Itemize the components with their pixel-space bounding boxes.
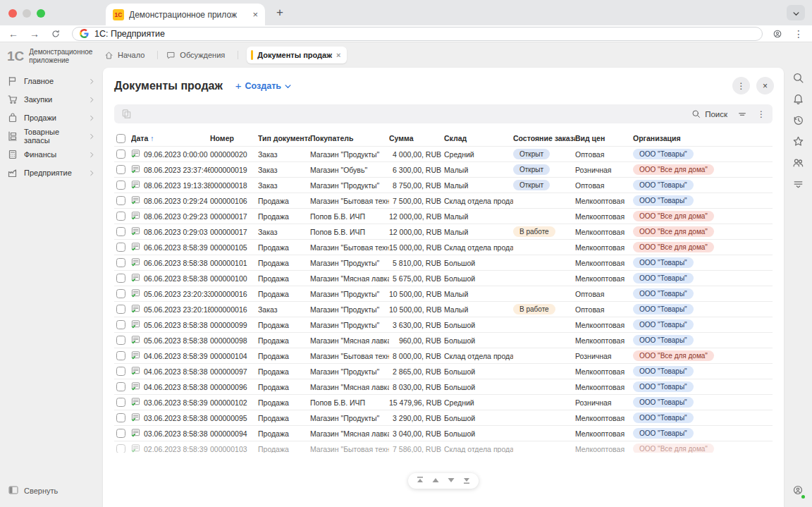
table-row[interactable]: 05.06.2023 23:20:33 000000016 Продажа Ма… [114, 286, 773, 302]
row-checkbox[interactable] [116, 196, 125, 205]
sidebar-item-finansy[interactable]: Финансы [0, 145, 103, 164]
cell-price-type: Оптовая [575, 305, 633, 314]
row-checkbox[interactable] [116, 212, 125, 221]
table-row[interactable]: 05.06.2023 8:58:38 000000098 Продажа Маг… [114, 333, 773, 348]
table-row[interactable]: 08.06.2023 23:37:46 000000019 Заказ Мага… [114, 162, 773, 178]
support-user-button[interactable] [792, 484, 804, 499]
table-row[interactable]: 02.06.2023 8:58:39 000000103 Продажа Маг… [114, 441, 773, 453]
select-all-checkbox[interactable] [116, 134, 125, 143]
column-header-number[interactable]: Номер [210, 134, 258, 142]
sidebar-item-predpriyatie[interactable]: Предприятие [0, 164, 103, 182]
toolbar-menu-button[interactable]: ⋮ [757, 109, 765, 119]
collapse-sidebar-button[interactable]: Свернуть [8, 486, 58, 496]
functions-menu-button[interactable] [792, 178, 804, 193]
browser-menu-button[interactable]: ⋮ [794, 28, 804, 39]
window-minimize-button[interactable] [23, 9, 31, 18]
url-bar[interactable]: 1С: Предприятие [72, 27, 763, 41]
window-zoom-button[interactable] [37, 9, 45, 18]
filter-button[interactable] [737, 109, 747, 119]
sidebar-item-glavnoe[interactable]: Главное [0, 72, 103, 90]
table-row[interactable]: 09.06.2023 0:00:00 000000020 Заказ Магаз… [114, 147, 773, 162]
tab-close-icon[interactable]: × [252, 10, 258, 19]
cell-amount: 10 500,00, RUB [389, 305, 444, 314]
row-checkbox[interactable] [116, 398, 125, 407]
table-row[interactable]: 03.06.2023 8:58:38 000000094 Продажа Маг… [114, 426, 773, 441]
row-checkbox[interactable] [116, 181, 125, 190]
column-header-warehouse[interactable]: Склад [444, 134, 513, 142]
scroll-down-button[interactable] [445, 477, 457, 485]
search-panel-button[interactable] [792, 72, 804, 87]
favorites-button[interactable] [792, 135, 804, 150]
document-list-panel: Документы продаж + Создать ⋮ × Поиск ⋮ Д… [103, 68, 784, 507]
document-posted-icon [131, 304, 140, 314]
table-row[interactable]: 06.06.2023 8:58:39 000000105 Продажа Маг… [114, 240, 773, 255]
row-checkbox[interactable] [116, 367, 125, 376]
panel-menu-button[interactable]: ⋮ [732, 77, 750, 94]
scroll-to-top-button[interactable] [414, 477, 426, 485]
row-checkbox[interactable] [116, 258, 125, 267]
row-checkbox[interactable] [116, 243, 125, 252]
window-close-button[interactable] [8, 9, 17, 18]
table-row[interactable]: 08.06.2023 19:13:38 000000018 Заказ Мага… [114, 178, 773, 193]
row-checkbox[interactable] [116, 429, 125, 438]
cell-amount: 10 500,00, RUB [389, 290, 444, 298]
profile-icon[interactable] [773, 29, 782, 39]
row-checkbox[interactable] [116, 351, 125, 360]
column-header-customer[interactable]: Покупатель [310, 134, 389, 142]
cell-date: 05.06.2023 23:20:18 [131, 304, 210, 314]
scroll-up-button[interactable] [430, 477, 441, 485]
reload-button[interactable] [51, 29, 61, 39]
table-row[interactable]: 04.06.2023 8:58:38 000000097 Продажа Маг… [114, 364, 773, 379]
paste-icon[interactable] [121, 109, 132, 119]
table-row[interactable]: 04.06.2023 8:58:39 000000104 Продажа Маг… [114, 348, 773, 364]
column-header-doc-type[interactable]: Тип документа [258, 134, 310, 142]
table-row[interactable]: 06.06.2023 8:58:38 000000100 Продажа Маг… [114, 271, 773, 286]
table-row[interactable]: 08.06.2023 0:29:23 000000017 Продажа Поп… [114, 209, 773, 224]
table-row[interactable]: 08.06.2023 0:29:03 000000017 Заказ Попов… [114, 224, 773, 240]
column-header-price-type[interactable]: Вид цен [575, 134, 633, 142]
scroll-to-bottom-button[interactable] [461, 477, 472, 485]
row-checkbox[interactable] [116, 227, 125, 236]
sidebar-item-tovarnye-zapasy[interactable]: Товарные запасы [0, 127, 103, 145]
row-checkbox[interactable] [116, 289, 125, 298]
back-button[interactable]: ← [8, 28, 18, 39]
tab-label: Обсуждения [180, 51, 225, 59]
tab-search-button[interactable] [787, 5, 805, 20]
nav-tab-nachalo[interactable]: Начало [104, 47, 158, 63]
new-tab-button[interactable]: + [276, 6, 283, 20]
column-header-date[interactable]: Дата↑ [131, 134, 210, 142]
table-row[interactable]: 08.06.2023 0:29:24 000000106 Продажа Маг… [114, 193, 773, 209]
collaboration-button[interactable] [792, 157, 804, 171]
sidebar-item-prodazhi[interactable]: Продажи [0, 109, 103, 127]
panel-close-button[interactable]: × [756, 77, 774, 94]
nav-tab-dokumenty-prodazh[interactable]: Документы продаж × [247, 47, 347, 63]
column-header-amount[interactable]: Сумма [389, 134, 444, 142]
history-button[interactable] [792, 114, 804, 129]
row-checkbox[interactable] [116, 305, 125, 314]
row-checkbox[interactable] [116, 413, 125, 422]
table-row[interactable]: 05.06.2023 23:20:18 000000016 Заказ Мага… [114, 302, 773, 317]
row-checkbox[interactable] [116, 320, 125, 329]
row-checkbox[interactable] [116, 444, 125, 453]
cell-date: 06.06.2023 8:58:38 [131, 273, 210, 283]
table-row[interactable]: 04.06.2023 8:58:38 000000096 Продажа Маг… [114, 379, 773, 395]
table-row[interactable]: 03.06.2023 8:58:39 000000102 Продажа Поп… [114, 395, 773, 410]
row-checkbox[interactable] [116, 382, 125, 391]
row-checkbox[interactable] [116, 149, 125, 159]
row-checkbox[interactable] [116, 336, 125, 345]
sidebar-item-zakupki[interactable]: Закупки [0, 90, 103, 109]
row-checkbox[interactable] [116, 274, 125, 283]
forward-button[interactable]: → [30, 28, 39, 39]
notifications-button[interactable] [792, 93, 804, 108]
tab-close-icon[interactable]: × [336, 51, 340, 59]
table-row[interactable]: 06.06.2023 8:58:38 000000101 Продажа Маг… [114, 255, 773, 271]
column-header-organization[interactable]: Организация [633, 134, 773, 142]
browser-tab[interactable]: 1С Демонстрационное прилож × [106, 4, 265, 25]
table-row[interactable]: 05.06.2023 8:58:38 000000099 Продажа Маг… [114, 317, 773, 333]
create-button[interactable]: + Создать [235, 80, 291, 92]
column-header-order-status[interactable]: Состояние заказа [513, 134, 575, 142]
nav-tab-obsuzhdeniya[interactable]: Обсуждения [166, 47, 238, 63]
row-checkbox[interactable] [116, 165, 125, 174]
table-row[interactable]: 03.06.2023 8:58:38 000000095 Продажа Маг… [114, 410, 773, 426]
search-button[interactable]: Поиск [691, 109, 727, 118]
